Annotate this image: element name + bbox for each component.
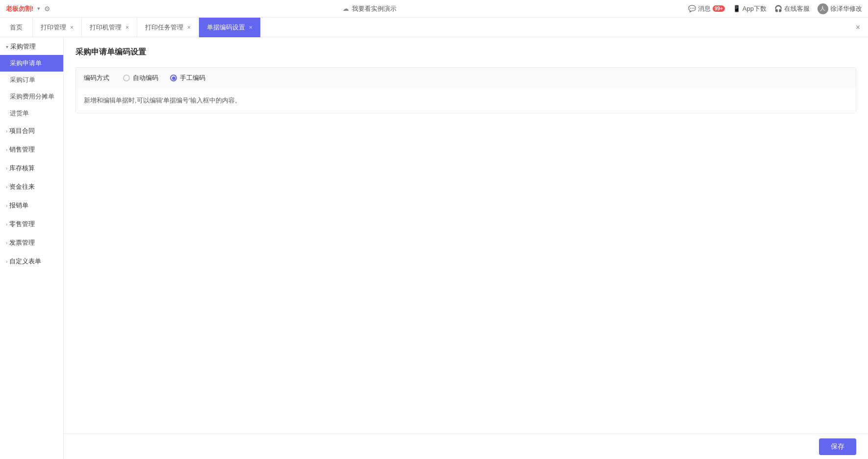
user-info[interactable]: 人 徐泽华修改	[818, 3, 862, 14]
demo-link[interactable]: 我要看实例演示	[352, 4, 397, 13]
manual-encoding-option[interactable]: 手工编码	[170, 74, 205, 82]
tab-print-management[interactable]: 打印管理 ×	[33, 18, 82, 37]
avatar: 人	[818, 3, 828, 14]
auto-encoding-label: 自动编码	[133, 74, 158, 82]
auto-encoding-option[interactable]: 自动编码	[123, 74, 158, 82]
sidebar-group-retail[interactable]: › 零售管理	[0, 215, 63, 233]
content-inner: 采购申请单编码设置 编码方式 自动编码 手工编码	[64, 37, 868, 434]
chevron-right-icon: ›	[6, 166, 7, 171]
tab-print-task[interactable]: 打印任务管理 ×	[137, 18, 199, 37]
service-icon: 🎧	[774, 5, 782, 12]
info-text: 新增和编辑单据时,可以编辑'单据编号'输入框中的内容。	[76, 88, 856, 113]
sidebar-item-purchase-fee-label: 采购费用分摊单	[10, 93, 54, 100]
chevron-down-icon: ▾	[6, 44, 8, 50]
encoding-label: 编码方式	[84, 74, 123, 82]
sidebar-item-purchase-fee[interactable]: 采购费用分摊单	[0, 88, 63, 105]
online-service-label: 在线客服	[784, 4, 810, 13]
sidebar-group-capital-label: 资金往来	[9, 182, 35, 191]
sidebar-group-project-contract[interactable]: › 项目合同	[0, 122, 63, 140]
bottom-bar: 保存	[64, 434, 868, 459]
sidebar-group-purchase-title[interactable]: ▾ 采购管理	[0, 37, 63, 55]
radio-group: 自动编码 手工编码	[123, 74, 205, 82]
top-bar-right: 💬 消息 99+ 📱 App下数 🎧 在线客服 人 徐泽华修改	[688, 3, 862, 14]
message-badge: 99+	[713, 5, 725, 12]
message-icon: 💬	[688, 5, 696, 12]
gear-icon[interactable]: ⚙	[44, 5, 50, 13]
tab-printer-management-close[interactable]: ×	[125, 24, 129, 31]
sidebar: ▾ 采购管理 采购申请单 采购订单 采购费用分摊单 进货单 › 项目合同 › 销…	[0, 37, 64, 459]
encoding-row: 编码方式 自动编码 手工编码	[76, 68, 856, 88]
sidebar-group-invoice-label: 发票管理	[9, 238, 35, 247]
sidebar-item-purchase-order[interactable]: 采购订单	[0, 72, 63, 88]
manual-encoding-radio[interactable]	[170, 75, 177, 81]
dropdown-icon[interactable]: ▾	[37, 5, 40, 12]
tab-code-setting[interactable]: 单据编码设置 ×	[199, 18, 261, 37]
sidebar-group-project-contract-label: 项目合同	[9, 127, 35, 135]
sidebar-item-purchase-order-label: 采购订单	[10, 76, 35, 83]
sidebar-group-inventory-label: 库存核算	[9, 164, 35, 173]
sidebar-group-custom-form-label: 自定义表单	[9, 257, 41, 266]
tab-code-setting-label: 单据编码设置	[207, 23, 245, 32]
tab-print-management-close[interactable]: ×	[70, 24, 74, 31]
logo-text: 老板勿割!	[6, 4, 33, 13]
encoding-section: 编码方式 自动编码 手工编码 新增和编辑单据时,可以编辑'单据编号'输入框中的内…	[75, 67, 856, 113]
main-layout: ▾ 采购管理 采购申请单 采购订单 采购费用分摊单 进货单 › 项目合同 › 销…	[0, 37, 868, 459]
tab-print-task-label: 打印任务管理	[145, 23, 183, 32]
sidebar-item-purchase-request[interactable]: 采购申请单	[0, 55, 63, 72]
app-download-label: App下数	[743, 4, 767, 13]
chevron-right-icon: ›	[6, 222, 7, 227]
sidebar-group-sales[interactable]: › 销售管理	[0, 140, 63, 159]
online-service-button[interactable]: 🎧 在线客服	[774, 4, 810, 13]
sidebar-item-purchase-request-label: 采购申请单	[10, 59, 42, 67]
page-title: 采购申请单编码设置	[75, 47, 856, 57]
sidebar-group-expense-label: 报销单	[9, 201, 28, 210]
sidebar-group-expense[interactable]: › 报销单	[0, 196, 63, 215]
sidebar-group-capital[interactable]: › 资金往来	[0, 178, 63, 196]
sidebar-group-purchase: ▾ 采购管理 采购申请单 采购订单 采购费用分摊单 进货单	[0, 37, 63, 122]
tab-home-label: 首页	[10, 23, 23, 32]
save-button[interactable]: 保存	[819, 438, 856, 455]
sidebar-group-inventory[interactable]: › 库存核算	[0, 159, 63, 178]
tab-printer-management-label: 打印机管理	[90, 23, 122, 32]
sidebar-item-goods-receipt[interactable]: 进货单	[0, 105, 63, 122]
sidebar-group-purchase-label: 采购管理	[10, 42, 36, 51]
content-area: 采购申请单编码设置 编码方式 自动编码 手工编码	[64, 37, 868, 459]
sidebar-group-retail-label: 零售管理	[9, 220, 35, 229]
tab-print-management-label: 打印管理	[41, 23, 66, 32]
message-button[interactable]: 💬 消息 99+	[688, 4, 725, 13]
sidebar-group-invoice[interactable]: › 发票管理	[0, 233, 63, 252]
app-icon: 📱	[733, 5, 741, 12]
auto-encoding-radio[interactable]	[123, 75, 130, 81]
top-bar-center: ☁ 我要看实例演示	[343, 4, 397, 13]
top-bar: 老板勿割! ▾ ⚙ ☁ 我要看实例演示 💬 消息 99+ 📱 App下数 🎧 在…	[0, 0, 868, 18]
chevron-right-icon: ›	[6, 259, 7, 264]
sidebar-group-sales-label: 销售管理	[9, 145, 35, 154]
chevron-right-icon: ›	[6, 128, 7, 134]
tab-print-task-close[interactable]: ×	[187, 24, 191, 31]
app-download-button[interactable]: 📱 App下数	[733, 4, 767, 13]
sidebar-item-goods-receipt-label: 进货单	[10, 109, 29, 117]
tab-printer-management[interactable]: 打印机管理 ×	[82, 18, 137, 37]
chevron-right-icon: ›	[6, 203, 7, 208]
tab-code-setting-close[interactable]: ×	[249, 24, 252, 31]
tabs-bar: 首页 打印管理 × 打印机管理 × 打印任务管理 × 单据编码设置 × ×	[0, 18, 868, 37]
cloud-icon: ☁	[343, 5, 349, 12]
chevron-right-icon: ›	[6, 240, 7, 246]
top-bar-left: 老板勿割! ▾ ⚙	[6, 4, 50, 13]
message-label: 消息	[698, 4, 711, 13]
chevron-right-icon: ›	[6, 184, 7, 190]
chevron-right-icon: ›	[6, 147, 7, 153]
sidebar-group-custom-form[interactable]: › 自定义表单	[0, 252, 63, 271]
tab-home[interactable]: 首页	[0, 18, 33, 37]
manual-encoding-label: 手工编码	[180, 74, 205, 82]
close-panel-button[interactable]: ×	[848, 23, 868, 32]
user-name: 徐泽华修改	[830, 4, 862, 13]
